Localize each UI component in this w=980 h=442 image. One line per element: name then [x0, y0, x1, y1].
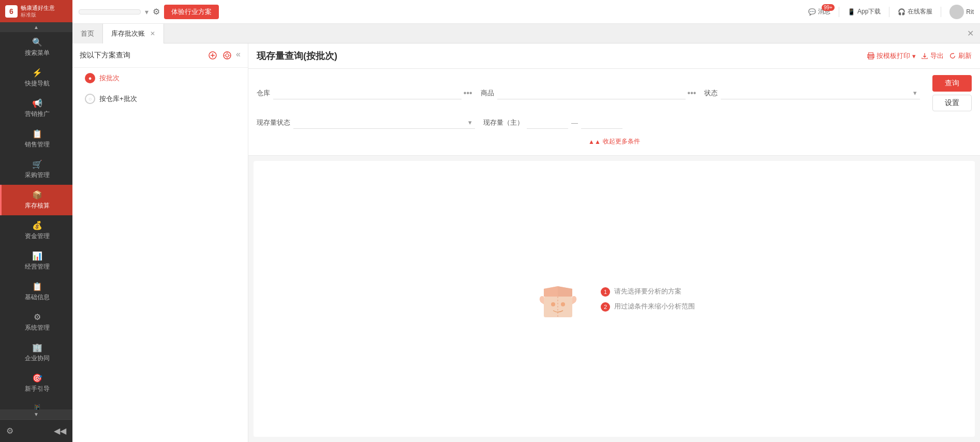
- collapse-left-panel-icon[interactable]: «: [236, 50, 241, 61]
- sidebar-nav: 🔍 搜索菜单 ⚡ 快捷导航 📢 营销推广 📋 销售管理 🛒 采购管理 📦 库存核…: [0, 32, 72, 409]
- experience-industry-button[interactable]: 体验行业方案: [164, 5, 219, 19]
- left-panel: 按以下方案查询: [72, 43, 248, 442]
- sidebar-item-sales[interactable]: 📋 销售管理: [0, 124, 72, 154]
- export-icon: [921, 52, 928, 60]
- page-header: 现存量查询(按批次) 按模板打印 ▾: [248, 43, 980, 69]
- empty-state-content: 1 请先选择要分析的方案 2 用过滤条件来缩小分析范围: [533, 273, 695, 325]
- scroll-up-arrow[interactable]: ▲: [0, 22, 72, 32]
- svg-point-15: [561, 302, 565, 306]
- warehouse-more-icon[interactable]: •••: [464, 89, 472, 98]
- product-input[interactable]: [497, 87, 686, 99]
- topbar-gear-icon[interactable]: ⚙: [153, 7, 160, 17]
- manage-plan-button[interactable]: [221, 50, 233, 61]
- status-dropdown-icon: ▾: [913, 89, 917, 97]
- message-icon: 💬: [808, 8, 816, 16]
- sidebar-item-quick-nav[interactable]: ⚡ 快捷导航: [0, 63, 72, 93]
- company-name: 畅康通好生意: [21, 4, 55, 11]
- status-dropdown[interactable]: ▾: [721, 87, 920, 99]
- topbar-divider3: [941, 7, 941, 17]
- refresh-button[interactable]: 刷新: [949, 51, 972, 61]
- sidebar-item-system[interactable]: ⚙ 系统管理: [0, 307, 72, 337]
- basic-info-icon: 📋: [32, 282, 42, 291]
- stock-status-dropdown[interactable]: ▾: [293, 116, 475, 129]
- sidebar-item-marketing[interactable]: 📢 营销推广: [0, 93, 72, 124]
- collapse-filters-button[interactable]: ▲▲ 收起更多条件: [257, 134, 972, 149]
- messages-button[interactable]: 💬 消息 99+: [808, 7, 830, 16]
- plan-item-by-batch[interactable]: ● 按批次: [72, 68, 248, 89]
- tab-close-icon[interactable]: ✕: [150, 30, 155, 37]
- user-profile-button[interactable]: Rit: [949, 5, 974, 19]
- finance-icon: 💰: [32, 220, 42, 230]
- settings-button[interactable]: 设置: [932, 95, 972, 111]
- content-area: 按以下方案查询: [72, 43, 980, 442]
- avatar: [949, 5, 964, 19]
- sales-icon: 📋: [32, 129, 42, 139]
- app-download-button[interactable]: 📱 App下载: [848, 7, 881, 16]
- printer-icon: [867, 52, 874, 60]
- stock-qty-min-input[interactable]: [527, 116, 568, 129]
- messages-badge: 99+: [822, 4, 835, 11]
- left-panel-title: 按以下方案查询: [80, 51, 130, 60]
- tab-home-label: 首页: [81, 29, 94, 38]
- export-button[interactable]: 导出: [921, 51, 944, 61]
- tabbar-close-right-icon[interactable]: ✕: [961, 28, 980, 38]
- refresh-icon: [949, 52, 956, 60]
- sidebar-item-label: 资金管理: [25, 232, 50, 241]
- sidebar-item-enterprise[interactable]: 🏢 企业协同: [0, 337, 72, 368]
- inventory-icon: 📦: [32, 190, 42, 200]
- hint-number-2: 2: [601, 302, 610, 312]
- tabbar: 首页 库存批次账 ✕ ✕: [72, 24, 980, 43]
- print-dropdown-icon[interactable]: ▾: [912, 52, 916, 60]
- main-area: ▾ ⚙ 体验行业方案 💬 消息 99+ 📱 App下载 🎧 在线客服: [72, 0, 980, 442]
- print-button[interactable]: 按模板打印 ▾: [867, 51, 916, 61]
- sidebar-item-basic-info[interactable]: 📋 基础信息: [0, 276, 72, 307]
- stock-qty-label: 现存量（主）: [483, 118, 524, 127]
- online-service-button[interactable]: 🎧 在线客服: [898, 7, 932, 16]
- warehouse-filter: 仓库 •••: [257, 87, 472, 99]
- stock-qty-max-input[interactable]: [581, 116, 622, 129]
- sidebar-item-inventory[interactable]: 📦 库存核算: [0, 185, 72, 215]
- right-content: 现存量查询(按批次) 按模板打印 ▾: [248, 43, 980, 442]
- topbar-dropdown-icon[interactable]: ▾: [145, 8, 149, 16]
- sidebar-item-label: 新手引导: [25, 385, 50, 393]
- empty-box-icon: [533, 273, 585, 325]
- sidebar-item-operation[interactable]: 📊 经营管理: [0, 246, 72, 276]
- guide-icon: 🎯: [32, 373, 42, 383]
- tab-home[interactable]: 首页: [72, 24, 103, 43]
- sidebar-item-search-menu[interactable]: 🔍 搜索菜单: [0, 32, 72, 63]
- sidebar-header: 6 畅康通好生意 标准版: [0, 0, 72, 22]
- topbar-left: ▾ ⚙ 体验行业方案: [79, 5, 803, 19]
- left-panel-header: 按以下方案查询: [72, 43, 248, 68]
- product-more-icon[interactable]: •••: [688, 89, 696, 98]
- svg-point-14: [551, 302, 555, 306]
- collapse-sidebar-icon[interactable]: ◀◀: [52, 424, 68, 438]
- sidebar-item-label: 搜索菜单: [25, 49, 50, 57]
- query-button[interactable]: 查询: [932, 75, 972, 92]
- sidebar-item-label: 快捷导航: [25, 79, 50, 88]
- operation-icon: 📊: [32, 251, 42, 261]
- stock-qty-filter: 现存量（主） —: [483, 116, 920, 129]
- collapse-filters-label: 收起更多条件: [603, 137, 640, 146]
- add-plan-button[interactable]: [207, 50, 218, 61]
- hint-number-1: 1: [601, 287, 610, 297]
- sidebar-bottom: ⚙ ◀◀: [0, 419, 72, 442]
- topbar: ▾ ⚙ 体验行业方案 💬 消息 99+ 📱 App下载 🎧 在线客服: [72, 0, 980, 24]
- sidebar-item-finance[interactable]: 💰 资金管理: [0, 215, 72, 246]
- sidebar-item-app-center[interactable]: 📱 应用中心: [0, 399, 72, 409]
- sidebar-item-label: 企业协同: [25, 354, 50, 363]
- plan-item-by-warehouse-batch[interactable]: ○ 按仓库+批次: [72, 89, 248, 109]
- plus-circle-icon: [209, 51, 217, 60]
- scroll-down-arrow[interactable]: ▼: [0, 409, 72, 419]
- tab-inventory-batch[interactable]: 库存批次账 ✕: [103, 24, 164, 43]
- app-download-label: App下载: [857, 7, 881, 16]
- status-label: 状态: [704, 89, 718, 98]
- settings-icon[interactable]: ⚙: [4, 424, 16, 438]
- product-label: 商品: [481, 89, 494, 98]
- warehouse-label: 仓库: [257, 89, 270, 98]
- sidebar-item-guide[interactable]: 🎯 新手引导: [0, 368, 72, 399]
- sidebar-item-purchase[interactable]: 🛒 采购管理: [0, 154, 72, 185]
- stock-qty-range: —: [527, 116, 920, 129]
- app-center-icon: 📱: [32, 404, 42, 409]
- range-separator: —: [571, 119, 578, 127]
- warehouse-input[interactable]: [273, 87, 462, 99]
